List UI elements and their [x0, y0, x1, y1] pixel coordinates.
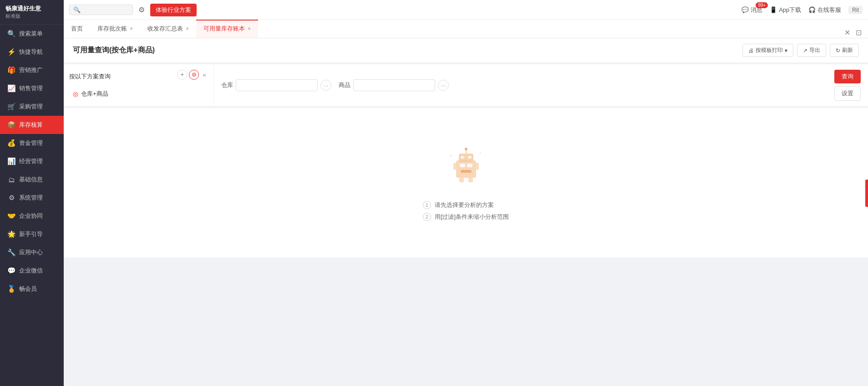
logo-tag: 标准版	[5, 13, 58, 20]
online-service-label: 在线客服	[817, 6, 841, 14]
goods-extra-button[interactable]: ···	[438, 80, 449, 91]
sidebar-label-sales: 销售管理	[19, 84, 43, 93]
sidebar-item-marketing[interactable]: 🎁营销推广	[0, 61, 64, 79]
tab-available-ledger[interactable]: 可用量库存账本 ×	[196, 20, 258, 38]
warehouse-input[interactable]	[236, 79, 318, 91]
filter-actions: 查询 设置	[827, 70, 861, 101]
mobile-icon: 📱	[770, 6, 777, 13]
filter-field-warehouse: 仓库 ···	[221, 79, 331, 91]
sidebar-item-member[interactable]: 🏅畅会员	[0, 280, 64, 298]
tab-collect-ledger-label: 收发存汇总表	[147, 25, 183, 33]
filter-right: 仓库 ··· 商品 ··· 查询 设置	[214, 64, 868, 106]
add-scheme-button[interactable]: +	[177, 70, 187, 80]
message-button[interactable]: 💬 消息 99+	[741, 6, 762, 14]
sidebar-icon-marketing: 🎁	[7, 66, 15, 74]
hint-text-2: 用[过滤]条件来缩小分析范围	[435, 213, 509, 221]
tab-collect-ledger-close[interactable]: ×	[186, 26, 189, 32]
sidebar-item-system[interactable]: ⚙系统管理	[0, 189, 64, 207]
refresh-button[interactable]: ↻ 刷新	[830, 44, 859, 57]
sidebar-icon-finance: 💰	[7, 139, 15, 147]
sidebar-item-search[interactable]: 🔍搜索菜单	[0, 25, 64, 43]
sidebar-label-search: 搜索菜单	[19, 30, 43, 38]
sidebar-icon-system: ⚙	[7, 194, 15, 202]
svg-rect-6	[459, 178, 464, 182]
sidebar-item-quick-nav[interactable]: ⚡快捷导航	[0, 43, 64, 61]
svg-rect-2	[467, 164, 472, 167]
headset-icon: 🎧	[808, 6, 816, 13]
print-icon: 🖨	[748, 47, 754, 54]
export-button[interactable]: ↗ 导出	[797, 44, 826, 57]
trial-button[interactable]: 体验行业方案	[150, 4, 197, 16]
svg-rect-4	[453, 163, 456, 170]
sidebar-icon-app-center: 🔧	[7, 248, 15, 257]
tab-batch-ledger-label: 库存批次账	[97, 25, 127, 33]
sidebar-icon-guide: 🌟	[7, 230, 15, 238]
sidebar-item-basic-info[interactable]: 🗂基础信息	[0, 170, 64, 189]
sidebar-item-app-center[interactable]: 🔧应用中心	[0, 243, 64, 262]
svg-rect-5	[476, 163, 479, 170]
scheme-icon: ◎	[73, 90, 78, 98]
sidebar-icon-sales: 📈	[7, 84, 15, 93]
sidebar-icon-search: 🔍	[7, 30, 15, 38]
search-input[interactable]	[82, 7, 128, 13]
svg-rect-0	[456, 160, 476, 178]
sidebar-item-guide[interactable]: 🌟新手引导	[0, 225, 64, 243]
tab-collect-ledger[interactable]: 收发存汇总表 ×	[140, 20, 196, 38]
refresh-icon: ↻	[836, 47, 840, 54]
filter-icon-buttons: + ⚙ «	[177, 70, 208, 80]
tab-close-button[interactable]: ✕	[842, 27, 853, 38]
filter-left: 按以下方案查询 + ⚙ « ◎ 仓库+商品	[64, 64, 214, 106]
search-icon: 🔍	[73, 6, 81, 13]
tab-available-ledger-label: 可用量库存账本	[203, 25, 245, 33]
svg-text:✦: ✦	[449, 153, 452, 158]
user-avatar[interactable]: Rit	[848, 6, 863, 14]
topbar-search-box[interactable]: 🔍	[69, 5, 133, 15]
export-label: 导出	[809, 46, 820, 54]
tab-batch-ledger[interactable]: 库存批次账 ×	[90, 20, 140, 38]
goods-input[interactable]	[353, 79, 435, 91]
sidebar-icon-basic-info: 🗂	[7, 176, 15, 184]
app-download-label: App下载	[779, 6, 801, 14]
app-download-button[interactable]: 📱 App下载	[770, 6, 801, 14]
warehouse-extra-button[interactable]: ···	[320, 80, 331, 91]
tab-expand-button[interactable]: ⊡	[853, 27, 864, 38]
right-edge-accent	[865, 180, 868, 207]
online-service-button[interactable]: 🎧 在线客服	[808, 6, 841, 14]
settings-scheme-button[interactable]: ⚙	[189, 70, 199, 80]
topbar: 🔍 ⚙ 体验行业方案 💬 消息 99+ 📱 App下载 🎧 在线客服 Rit	[64, 0, 868, 20]
sidebar-item-operation[interactable]: 📊经营管理	[0, 152, 64, 170]
scheme-warehouse-goods[interactable]: ◎ 仓库+商品	[69, 87, 208, 101]
goods-label: 商品	[339, 81, 350, 89]
sidebar-icon-enterprise: 🤝	[7, 212, 15, 220]
sidebar-item-inventory[interactable]: 📦库存核算	[0, 116, 64, 134]
tab-available-ledger-close[interactable]: ×	[248, 26, 251, 32]
sidebar-nav: 🔍搜索菜单⚡快捷导航🎁营销推广📈销售管理🛒采购管理📦库存核算💰资金管理📊经营管理…	[0, 25, 64, 386]
query-button[interactable]: 查询	[834, 70, 861, 83]
sidebar-item-enterprise[interactable]: 🤝企业协同	[0, 207, 64, 225]
sidebar-item-purchase[interactable]: 🛒采购管理	[0, 98, 64, 116]
sidebar-label-member: 畅会员	[19, 285, 37, 293]
tab-home[interactable]: 首页	[64, 20, 90, 38]
scheme-label: 仓库+商品	[81, 90, 108, 98]
hint-num-2: 2	[423, 213, 431, 221]
svg-rect-7	[468, 178, 473, 182]
tab-batch-ledger-close[interactable]: ×	[130, 26, 133, 32]
sidebar-label-system: 系统管理	[19, 194, 43, 202]
sidebar-item-finance[interactable]: 💰资金管理	[0, 134, 64, 152]
sidebar-item-sales[interactable]: 📈销售管理	[0, 79, 64, 98]
print-template-label: 按模板打印	[756, 46, 783, 54]
settings-icon[interactable]: ⚙	[137, 4, 147, 16]
sidebar-icon-inventory: 📦	[7, 121, 15, 129]
empty-hints: 1 请先选择要分析的方案 2 用[过滤]条件来缩小分析范围	[423, 201, 509, 221]
collapse-button[interactable]: «	[201, 70, 208, 79]
settings-button[interactable]: 设置	[834, 86, 861, 101]
sidebar-icon-operation: 📊	[7, 157, 15, 165]
sidebar-item-wechat[interactable]: 💬企业微信	[0, 262, 64, 280]
page-header: 可用量查询(按仓库+商品) 🖨 按模板打印 ▾ ↗ 导出 ↻ 刷新	[64, 38, 868, 62]
filter-field-goods: 商品 ···	[339, 79, 449, 91]
print-template-button[interactable]: 🖨 按模板打印 ▾	[742, 44, 793, 57]
page-title: 可用量查询(按仓库+商品)	[73, 46, 155, 55]
print-chevron-icon: ▾	[785, 47, 787, 54]
empty-illustration: ✦ ✦	[443, 144, 489, 190]
sidebar-label-app-center: 应用中心	[19, 248, 43, 257]
